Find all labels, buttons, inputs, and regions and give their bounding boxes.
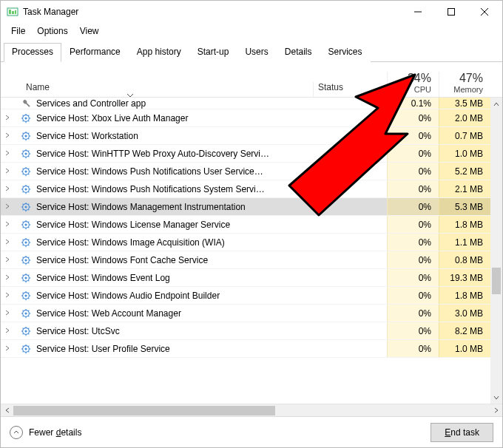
process-row[interactable]: Service Host: Windows Audio Endpoint Bui… <box>1 287 502 305</box>
hscroll-thumb[interactable] <box>13 406 275 415</box>
process-row[interactable]: Service Host: Windows Font Cache Service… <box>1 251 502 269</box>
svg-line-94 <box>23 257 24 257</box>
expand-chevron-icon[interactable] <box>1 327 11 335</box>
col-status[interactable]: Status <box>313 82 387 97</box>
svg-line-54 <box>23 186 24 186</box>
wrench-icon <box>20 98 32 109</box>
gear-icon <box>20 290 32 302</box>
process-cpu: 0% <box>387 251 439 268</box>
process-row[interactable]: Service Host: Web Account Manager0%3.0 M… <box>1 305 502 322</box>
tab-app-history[interactable]: App history <box>129 43 189 62</box>
svg-line-36 <box>23 156 24 157</box>
tab-performance[interactable]: Performance <box>61 43 129 62</box>
process-memory: 1.1 MB <box>439 234 490 251</box>
expand-chevron-icon[interactable] <box>1 256 11 264</box>
expand-chevron-icon[interactable] <box>1 309 11 317</box>
process-cpu: 0% <box>387 305 439 322</box>
scroll-right-icon[interactable] <box>490 404 502 417</box>
window-title: Task Manager <box>23 7 401 17</box>
process-row[interactable]: Service Host: Xbox Live Auth Manager0%2.… <box>1 109 502 127</box>
expand-chevron-icon[interactable] <box>1 345 11 353</box>
process-row[interactable]: Service Host: Windows Management Instrum… <box>1 198 502 216</box>
expand-chevron-icon[interactable] <box>1 203 11 211</box>
minimize-button[interactable] <box>401 1 434 22</box>
svg-line-116 <box>23 298 24 299</box>
process-row[interactable]: Service Host: Windows License Manager Se… <box>1 216 502 234</box>
process-name: Service Host: Windows Audio Endpoint Bui… <box>36 291 313 301</box>
process-row[interactable]: Services and Controller app0.1%3.5 MB <box>1 98 502 109</box>
col-name[interactable]: Name <box>1 82 313 97</box>
menu-options[interactable]: Options <box>31 24 73 38</box>
vertical-scrollbar[interactable] <box>490 98 502 404</box>
maximize-button[interactable] <box>434 1 467 22</box>
process-name: Service Host: User Profile Service <box>36 344 313 354</box>
process-row[interactable]: Service Host: WinHTTP Web Proxy Auto-Dis… <box>1 145 502 163</box>
process-row[interactable]: Service Host: Windows Push Notifications… <box>1 163 502 180</box>
svg-line-16 <box>23 121 24 121</box>
svg-point-119 <box>24 312 27 314</box>
svg-rect-3 <box>15 10 16 14</box>
process-row[interactable]: Service Host: Windows Event Log0%19.3 MB <box>1 269 502 287</box>
svg-line-115 <box>28 298 29 299</box>
process-row[interactable]: Service Host: User Profile Service0%1.0 … <box>1 340 502 358</box>
horizontal-scrollbar[interactable] <box>1 404 502 416</box>
expand-chevron-icon[interactable] <box>1 274 11 282</box>
gear-icon <box>20 237 32 248</box>
expand-chevron-icon[interactable] <box>1 291 11 299</box>
process-row[interactable]: Service Host: Windows Push Notifications… <box>1 180 502 198</box>
svg-line-74 <box>23 221 24 222</box>
svg-point-79 <box>24 241 27 243</box>
process-cpu: 0% <box>387 340 439 357</box>
svg-line-105 <box>28 280 29 281</box>
process-cpu: 0% <box>387 127 439 144</box>
process-cpu: 0% <box>387 198 439 215</box>
svg-line-107 <box>28 274 29 275</box>
svg-line-145 <box>28 351 29 352</box>
expand-chevron-icon[interactable] <box>1 132 11 140</box>
process-name: Services and Controller app <box>36 98 313 109</box>
tab-services[interactable]: Services <box>320 43 370 62</box>
process-memory: 2.1 MB <box>439 180 490 197</box>
process-cpu: 0% <box>387 145 439 162</box>
close-button[interactable] <box>467 1 501 22</box>
process-memory: 5.3 MB <box>439 198 490 215</box>
expand-chevron-icon[interactable] <box>1 149 11 157</box>
svg-line-34 <box>23 150 24 151</box>
tab-details[interactable]: Details <box>277 43 320 62</box>
svg-line-35 <box>28 156 29 157</box>
gear-icon <box>20 130 32 142</box>
expand-chevron-icon[interactable] <box>1 185 11 193</box>
svg-point-69 <box>24 223 27 225</box>
process-row[interactable]: Service Host: UtcSvc0%8.2 MB <box>1 322 502 340</box>
scroll-left-icon[interactable] <box>1 404 13 417</box>
svg-line-47 <box>28 168 29 169</box>
svg-line-86 <box>23 245 24 245</box>
titlebar[interactable]: Task Manager <box>1 1 502 23</box>
expand-chevron-icon[interactable] <box>1 114 11 122</box>
col-cpu[interactable]: 34% CPU <box>387 72 439 97</box>
menu-file[interactable]: File <box>5 24 31 38</box>
tab-processes[interactable]: Processes <box>4 43 61 62</box>
svg-line-87 <box>28 239 29 240</box>
scroll-down-icon[interactable] <box>490 391 502 404</box>
end-task-button[interactable]: End task <box>431 423 493 442</box>
expand-chevron-icon[interactable] <box>1 167 11 175</box>
scroll-thumb[interactable] <box>492 268 501 294</box>
expand-chevron-icon[interactable] <box>1 220 11 228</box>
process-row[interactable]: Service Host: Workstation0%0.7 MB <box>1 127 502 145</box>
gear-icon <box>20 325 32 337</box>
process-row[interactable]: Service Host: Windows Image Acquisition … <box>1 234 502 251</box>
expand-chevron-icon[interactable] <box>1 238 11 246</box>
fewer-details-button[interactable]: Fewer details <box>10 426 431 439</box>
process-cpu: 0% <box>387 234 439 251</box>
tab-start-up[interactable]: Start-up <box>189 43 237 62</box>
menu-view[interactable]: View <box>74 24 105 38</box>
scroll-up-icon[interactable] <box>490 98 502 110</box>
process-memory: 1.8 MB <box>439 216 490 233</box>
process-memory: 3.5 MB <box>439 98 490 109</box>
gear-icon <box>20 254 32 266</box>
col-memory[interactable]: 47% Memory <box>439 72 490 97</box>
tab-users[interactable]: Users <box>237 43 276 62</box>
svg-line-126 <box>23 316 24 316</box>
svg-line-24 <box>23 132 24 133</box>
